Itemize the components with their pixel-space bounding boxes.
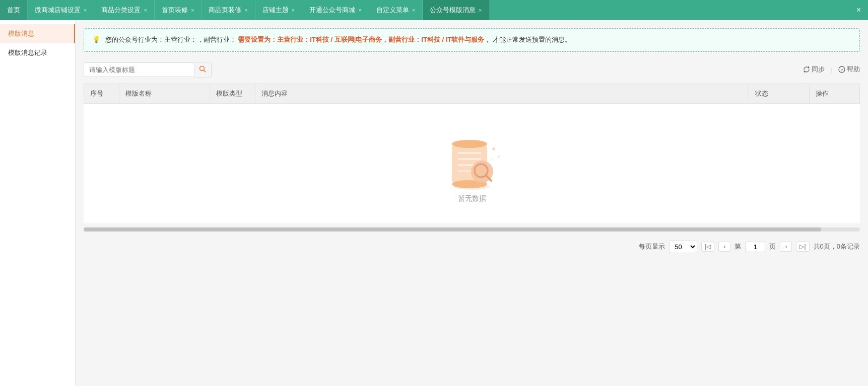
- tab-custom-menu[interactable]: 自定义菜单 ×: [369, 0, 423, 20]
- search-input[interactable]: [84, 62, 194, 77]
- col-header-name: 模版名称: [119, 84, 210, 103]
- pagination: 每页显示 50 10 20 100 |◁ ‹ 第 页 › ▷| 共0页，0条记录: [84, 236, 860, 258]
- help-icon: ?: [838, 66, 845, 73]
- tab-product-decor[interactable]: 商品页装修 ×: [202, 0, 255, 20]
- close-store-theme[interactable]: ×: [292, 7, 295, 13]
- tab-template-msg[interactable]: 公众号模版消息 ×: [423, 0, 489, 20]
- tab-wsc-settings[interactable]: 微商城店铺设置 ×: [28, 0, 94, 20]
- col-header-type: 模版类型: [210, 84, 255, 103]
- search-icon: [199, 65, 206, 72]
- tab-custom-menu-label: 自定义菜单: [376, 6, 409, 15]
- notice-icon: 💡: [92, 36, 100, 43]
- tab-category-settings-label: 商品分类设置: [101, 6, 141, 15]
- tab-store-theme[interactable]: 店铺主题 ×: [255, 0, 302, 20]
- page-prefix-label: 第: [735, 242, 741, 251]
- prev-page-button[interactable]: ‹: [718, 242, 730, 252]
- prev-page-icon: ‹: [723, 243, 725, 250]
- close-open-mall[interactable]: ×: [358, 7, 361, 13]
- svg-point-15: [492, 147, 495, 150]
- col-header-action: 操作: [810, 84, 860, 103]
- page-number-input[interactable]: [745, 242, 765, 252]
- sidebar-item-template-msg-log[interactable]: 模版消息记录: [0, 43, 75, 62]
- first-page-button[interactable]: |◁: [701, 242, 714, 252]
- close-custom-menu[interactable]: ×: [412, 7, 415, 13]
- toolbar-right: 同步 | ? 帮助: [803, 65, 860, 74]
- tab-home-label: 首页: [7, 6, 20, 15]
- tab-open-mall-label: 开通公众号商城: [309, 6, 355, 15]
- notice-box: 💡 您的公众号行业为：主营行业：，副营行业： 需要设置为：主营行业：IT科技 /…: [84, 28, 860, 52]
- tab-homepage-decor[interactable]: 首页装修 ×: [155, 0, 202, 20]
- last-page-button[interactable]: ▷|: [796, 242, 809, 252]
- notice-text-before: 您的公众号行业为：主营行业：，副营行业：: [105, 36, 236, 43]
- main-layout: 模版消息 模版消息记录 💡 您的公众号行业为：主营行业：，副营行业： 需要设置为…: [0, 20, 868, 386]
- svg-point-17: [491, 158, 493, 160]
- total-info: 共0页，0条记录: [814, 242, 860, 251]
- table-empty-row: 暂无数据: [84, 103, 860, 223]
- sidebar: 模版消息 模版消息记录: [0, 20, 76, 386]
- help-button[interactable]: ? 帮助: [838, 65, 860, 74]
- sync-button[interactable]: 同步: [803, 65, 825, 74]
- tab-open-mall[interactable]: 开通公众号商城 ×: [302, 0, 369, 20]
- scrollbar-thumb[interactable]: [84, 227, 821, 231]
- empty-state: 暂无数据: [84, 104, 860, 223]
- close-all-tabs-button[interactable]: ×: [849, 6, 868, 15]
- last-page-icon: ▷|: [799, 243, 806, 250]
- svg-text:?: ?: [841, 68, 843, 72]
- search-bar: 同步 | ? 帮助: [84, 62, 860, 78]
- horizontal-scrollbar[interactable]: [84, 227, 860, 231]
- svg-point-16: [498, 156, 500, 158]
- sidebar-item-template-msg-log-label: 模版消息记录: [8, 49, 47, 56]
- data-table: 序号 模版名称 模版类型 消息内容 状态 操作: [84, 84, 860, 223]
- main-content: 💡 您的公众号行业为：主营行业：，副营行业： 需要设置为：主营行业：IT科技 /…: [76, 20, 868, 386]
- sidebar-item-template-msg[interactable]: 模版消息: [0, 24, 75, 43]
- page-size-label: 每页显示: [639, 242, 665, 251]
- col-header-status: 状态: [749, 84, 810, 103]
- tab-wsc-settings-label: 微商城店铺设置: [35, 6, 81, 15]
- help-label: 帮助: [847, 65, 860, 74]
- notice-text-after: 才能正常发送预置的消息。: [493, 36, 571, 43]
- col-header-seq: 序号: [84, 84, 119, 103]
- tab-template-msg-label: 公众号模版消息: [430, 6, 476, 15]
- first-page-icon: |◁: [705, 243, 711, 250]
- close-homepage-decor[interactable]: ×: [191, 7, 194, 13]
- close-wsc-settings[interactable]: ×: [84, 7, 87, 13]
- toolbar-divider: |: [831, 66, 832, 73]
- col-header-content: 消息内容: [255, 84, 749, 103]
- next-page-icon: ›: [785, 243, 787, 250]
- close-template-msg[interactable]: ×: [479, 7, 482, 13]
- page-suffix-label: 页: [769, 242, 776, 251]
- page-size-select[interactable]: 50 10 20 100: [669, 241, 697, 253]
- svg-point-6: [452, 140, 487, 148]
- sync-icon: [803, 66, 810, 73]
- tab-product-decor-label: 商品页装修: [209, 6, 241, 15]
- tab-category-settings[interactable]: 商品分类设置 ×: [94, 0, 154, 20]
- empty-text: 暂无数据: [84, 194, 860, 203]
- tab-store-theme-label: 店铺主题: [262, 6, 289, 15]
- next-page-button[interactable]: ›: [780, 242, 792, 252]
- sync-label: 同步: [812, 65, 825, 74]
- tab-home[interactable]: 首页: [0, 0, 28, 20]
- notice-highlight-text: 需要设置为：主营行业：IT科技 / 互联网|电子商务，副营行业：IT科技 / I…: [238, 36, 491, 43]
- tab-homepage-decor-label: 首页装修: [162, 6, 188, 15]
- close-category-settings[interactable]: ×: [144, 7, 147, 13]
- svg-line-1: [204, 70, 206, 72]
- top-nav-bar: 首页 微商城店铺设置 × 商品分类设置 × 首页装修 × 商品页装修 × 店铺主…: [0, 0, 868, 20]
- close-product-decor[interactable]: ×: [244, 7, 247, 13]
- table-header-row: 序号 模版名称 模版类型 消息内容 状态 操作: [84, 84, 860, 103]
- empty-illustration: [439, 134, 505, 194]
- search-button[interactable]: [194, 62, 212, 78]
- sidebar-item-template-msg-label: 模版消息: [8, 30, 34, 37]
